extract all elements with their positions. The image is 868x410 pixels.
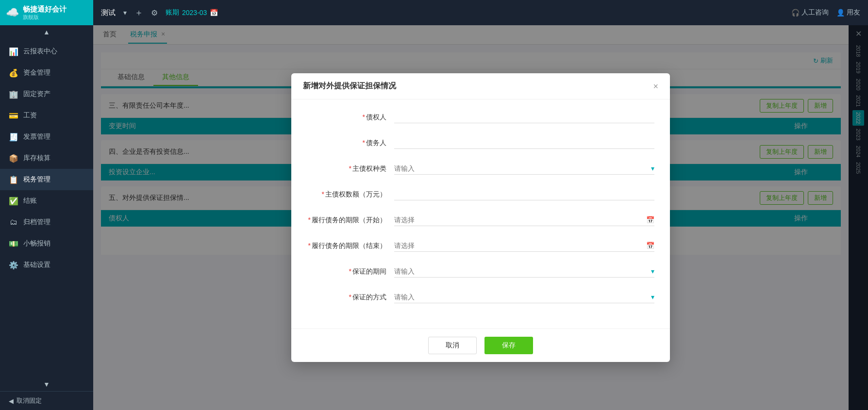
sidebar-item-label: 发票管理: [23, 132, 50, 141]
sidebar-item-archive[interactable]: 🗂 归档管理: [0, 212, 93, 233]
debtor-label: *债务人: [307, 139, 394, 148]
save-button[interactable]: 保存: [484, 337, 533, 354]
sidebar-item-label: 小畅报销: [23, 239, 50, 248]
creditor-label: *债权人: [307, 113, 394, 122]
period-start-input[interactable]: [394, 216, 646, 224]
logo-badge: 旗舰版: [23, 14, 67, 21]
debt-type-label: *主债权种类: [307, 164, 394, 173]
guarantee-period-input[interactable]: [394, 267, 651, 275]
fund-icon: 💰: [9, 68, 18, 78]
creditor-input-wrap: [394, 111, 654, 123]
xiaochang-icon: 💵: [9, 239, 18, 248]
sidebar-item-label: 工资: [23, 111, 37, 120]
cancel-pin-icon: ◀: [9, 397, 14, 405]
sidebar-item-label: 固定资产: [23, 90, 50, 98]
calendar-icon[interactable]: 📅: [210, 9, 218, 16]
settings-button[interactable]: ⚙: [151, 8, 158, 17]
debt-type-dropdown-icon[interactable]: ▾: [651, 164, 654, 172]
modal-title: 新增对外提供保证担保情况: [303, 81, 396, 91]
form-field-guarantee-period: *保证的期间 ▾: [307, 265, 654, 278]
sidebar-item-label: 云报表中心: [23, 47, 57, 56]
period-start-calendar-icon[interactable]: 📅: [646, 216, 654, 224]
period-end-input[interactable]: [394, 242, 646, 249]
guarantee-method-select-wrap: ▾: [394, 291, 654, 303]
debt-amount-label: *主债权数额（万元）: [307, 190, 394, 199]
period-end-label: *履行债务的期限（结束）: [307, 242, 394, 250]
modal-close-button[interactable]: ×: [653, 82, 658, 91]
debt-type-input[interactable]: [394, 164, 651, 172]
top-bar: 测试 ▾ ＋ ⚙ 账期 2023-03 📅 🎧 人工咨询 👤 用友: [93, 0, 868, 25]
period-end-date-wrap: 📅: [394, 240, 654, 252]
cancel-button[interactable]: 取消: [428, 337, 477, 354]
invoice-icon: 🧾: [9, 132, 18, 142]
guarantee-period-dropdown-icon[interactable]: ▾: [651, 267, 654, 275]
top-bar-right: 🎧 人工咨询 👤 用友: [791, 8, 860, 17]
company-name: 测试: [101, 8, 116, 17]
period-end-calendar-icon[interactable]: 📅: [646, 242, 654, 249]
debtor-input[interactable]: [394, 137, 654, 149]
sidebar-item-xiaochang[interactable]: 💵 小畅报销: [0, 233, 93, 254]
sidebar-item-inventory[interactable]: 📦 库存核算: [0, 148, 93, 169]
debt-type-select-wrap: ▾: [394, 163, 654, 175]
form-field-creditor: *债权人: [307, 111, 654, 123]
period-selector: 账期 2023-03 📅: [166, 8, 218, 17]
headset-icon: 🎧: [791, 9, 800, 16]
user-menu-button[interactable]: 👤 用友: [836, 8, 860, 17]
guarantee-method-label: *保证的方式: [307, 293, 394, 302]
sidebar-item-basic-settings[interactable]: ⚙️ 基础设置: [0, 254, 93, 276]
sidebar-item-checkout[interactable]: ✅ 结账: [0, 190, 93, 212]
debtor-input-wrap: [394, 137, 654, 149]
sidebar-item-payroll[interactable]: 💳 工资: [0, 105, 93, 126]
guarantee-method-dropdown-icon[interactable]: ▾: [651, 293, 654, 301]
content-area: 首页 税务申报 × ↻ 刷新: [93, 25, 868, 410]
sidebar-item-label: 归档管理: [23, 218, 50, 227]
form-field-debtor: *债务人: [307, 137, 654, 149]
period-start-label: *履行债务的期限（开始）: [307, 216, 394, 225]
form-field-period-start: *履行债务的期限（开始） 📅: [307, 214, 654, 226]
payroll-icon: 💳: [9, 111, 18, 120]
guarantee-method-input[interactable]: [394, 293, 651, 301]
checkout-icon: ✅: [9, 196, 18, 206]
sidebar: ☁️ 畅捷通好会计 旗舰版 ▲ 📊 云报表中心 💰 资金管理 🏢 固定资产: [0, 0, 93, 410]
tax-icon: 📋: [9, 175, 18, 184]
sidebar-item-label: 税务管理: [23, 175, 50, 184]
company-dropdown-icon[interactable]: ▾: [123, 9, 127, 16]
user-icon: 👤: [836, 9, 845, 16]
logo-text: 畅捷通好会计: [23, 5, 67, 14]
app-logo: ☁️ 畅捷通好会计 旗舰版: [0, 0, 93, 25]
archive-icon: 🗂: [9, 217, 18, 227]
sidebar-item-fund-mgmt[interactable]: 💰 资金管理: [0, 62, 93, 83]
inventory-icon: 📦: [9, 153, 18, 163]
settings-icon: ⚙️: [9, 260, 18, 270]
sidebar-item-fixed-assets[interactable]: 🏢 固定资产: [0, 83, 93, 105]
sidebar-item-cloud-report[interactable]: 📊 云报表中心: [0, 41, 93, 62]
sidebar-nav: 📊 云报表中心 💰 资金管理 🏢 固定资产 💳 工资 🧾 发票管理 📦: [0, 39, 93, 377]
period-value: 2023-03: [182, 9, 207, 16]
sidebar-item-invoice[interactable]: 🧾 发票管理: [0, 126, 93, 148]
sidebar-cancel-pin[interactable]: ◀ 取消固定: [0, 391, 93, 410]
sidebar-scroll-up[interactable]: ▲: [0, 25, 93, 39]
guarantee-period-select-wrap: ▾: [394, 265, 654, 278]
debt-amount-input-wrap: [394, 188, 654, 200]
cloud-report-icon: 📊: [9, 47, 18, 56]
sidebar-item-label: 结账: [23, 197, 37, 205]
add-tab-button[interactable]: ＋: [134, 7, 143, 18]
sidebar-item-label: 基础设置: [23, 261, 50, 269]
form-field-debt-type: *主债权种类 ▾: [307, 163, 654, 175]
sidebar-item-tax-mgmt[interactable]: 📋 税务管理: [0, 169, 93, 190]
form-field-debt-amount: *主债权数额（万元）: [307, 188, 654, 200]
modal-footer: 取消 保存: [291, 328, 670, 362]
guarantee-period-label: *保证的期间: [307, 267, 394, 276]
sidebar-item-label: 库存核算: [23, 154, 50, 163]
period-start-date-wrap: 📅: [394, 214, 654, 226]
modal-header: 新增对外提供保证担保情况 ×: [291, 73, 670, 99]
creditor-input[interactable]: [394, 111, 654, 123]
modal-body: *债权人 *债务人: [291, 99, 670, 328]
debt-amount-input[interactable]: [394, 188, 654, 200]
modal-dialog: 新增对外提供保证担保情况 × *债权人: [291, 73, 670, 362]
form-field-guarantee-method: *保证的方式 ▾: [307, 291, 654, 303]
form-field-period-end: *履行债务的期限（结束） 📅: [307, 240, 654, 252]
sidebar-item-label: 资金管理: [23, 68, 50, 77]
human-service-button[interactable]: 🎧 人工咨询: [791, 8, 829, 17]
sidebar-scroll-down[interactable]: ▼: [0, 377, 93, 391]
